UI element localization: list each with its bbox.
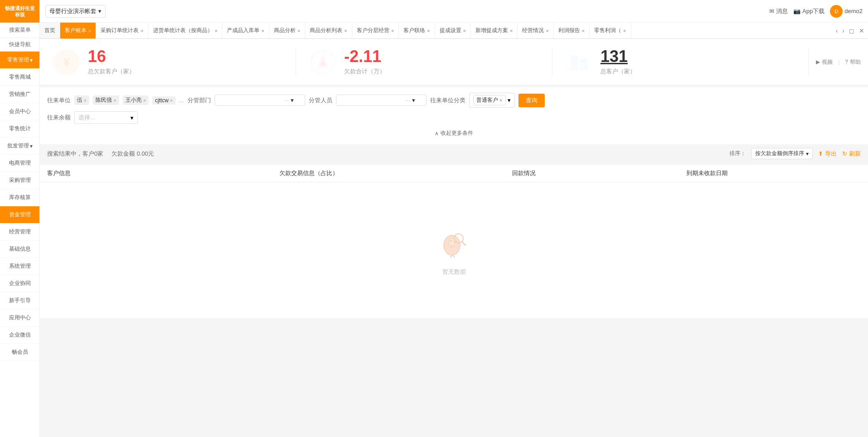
tab-purchase-stats-by-product-close[interactable]: × [215,28,217,33]
sidebar-item-operation-mgmt[interactable]: 经营管理 [0,223,39,241]
unit-tag-cjttcw: cjttcw × [152,96,175,104]
logo-text: 畅捷通好生意 标版 [5,5,35,18]
tab-customer-account[interactable]: 客户账本 × [60,23,96,39]
sidebar-item-enterprise-collab[interactable]: 企业协同 [0,275,39,292]
refresh-btn[interactable]: ↻ 刷新 [842,150,861,158]
tab-production-inbound[interactable]: 产成品入库单 × [222,23,269,39]
dept-selector[interactable]: ··· ▾ [215,95,305,106]
dept-selector-arrow: ▾ [291,97,294,104]
sidebar-item-retail-mgmt[interactable]: 零售管理 ▾ [0,52,39,69]
sidebar-item-wholesale-mgmt[interactable]: 批发管理 ▾ [0,138,39,155]
result-bar-right: 排序： 按欠款金额倒序排序 ▾ ⬆ 导出 ↻ 刷新 [729,148,861,159]
unit-tag-wu-remove[interactable]: × [84,98,86,103]
table-header: 客户信息 欠款交易信息（占比） 回款情况 到期未收款日期 [40,165,868,182]
tab-product-analysis-list[interactable]: 商品分析列表 × [305,23,352,39]
user-profile[interactable]: D demo2 [830,5,863,18]
tab-home[interactable]: 首页 [40,23,60,39]
sidebar-item-vip-member[interactable]: 畅会员 [0,344,39,361]
tab-customer-contact-close[interactable]: × [427,28,430,33]
tab-close-all-icon[interactable]: ✕ [857,26,866,35]
selector-arrow-icon: ▾ [98,8,101,14]
table-body: 暂无数据 [40,182,868,318]
sort-selector[interactable]: 按欠款金额倒序排序 ▾ [751,148,813,159]
account-selector[interactable]: 母婴行业演示帐套 ▾ [45,5,106,18]
tab-customer-segment[interactable]: 客户分层经营 × [352,23,399,39]
tab-retail-profit-close[interactable]: × [623,28,626,33]
sidebar-item-member-center[interactable]: 会员中心 [0,103,39,120]
sidebar-item-marketing[interactable]: 营销推广 [0,86,39,103]
result-bar: 搜索结果中，客户0家 欠款金额 0.00元 排序： 按欠款金额倒序排序 ▾ ⬆ … [40,144,868,163]
tab-purchase-order-stats[interactable]: 采购订单统计表 × [96,23,148,39]
tab-production-inbound-close[interactable]: × [261,28,264,33]
more-unit-tags[interactable]: ... [179,97,184,104]
tab-customer-account-label: 客户账本 [65,27,86,34]
svg-text:¥: ¥ [63,56,70,68]
sidebar-item-system-mgmt[interactable]: 系统管理 [0,258,39,275]
tab-add-promotion-plan-close[interactable]: × [510,28,513,33]
tab-customer-account-close[interactable]: × [88,28,91,33]
tab-business-situation-close[interactable]: × [546,28,548,33]
sidebar: 畅捷通好生意 标版 搜索菜单 快捷导航 零售管理 ▾ 零售商城 营销推广 会员中… [0,0,40,437]
unit-tag-wang-remove[interactable]: × [143,98,146,103]
col-debt-info: 欠款交易信息（占比） [279,169,512,177]
collapse-button[interactable]: ∧ 收起更多条件 [47,128,861,139]
sidebar-item-new-guide[interactable]: 新手引导 [0,292,39,309]
stat-total-debtors-label: 总欠款客户（家） [88,67,135,76]
tab-customer-segment-close[interactable]: × [391,28,394,33]
unit-category-selector[interactable]: 普通客户 × ▾ [469,93,515,108]
tab-business-situation-label: 经营情况 [522,27,544,34]
balance-selector[interactable]: 选择... ▾ [74,111,138,124]
tab-scroll-left-icon[interactable]: ‹ [834,26,840,35]
sidebar-item-purchase-mgmt[interactable]: 采购管理 [0,172,39,189]
app-download-btn[interactable]: 📷 App下载 [793,7,825,15]
customer-type-remove[interactable]: × [499,97,503,104]
sort-arrow-icon: ▾ [806,151,809,157]
manager-selector[interactable]: ··· ▾ [336,95,427,106]
stats-video-help: ▶ 视频 | ? 帮助 [809,58,868,66]
svg-rect-10 [575,60,577,62]
tab-promotion-settings-close[interactable]: × [463,28,466,33]
tab-customer-contact[interactable]: 客户联络 × [399,23,435,39]
tab-scroll-right-icon[interactable]: › [840,26,846,35]
unit-tag-cjttcw-remove[interactable]: × [170,98,173,103]
tab-product-analysis-close[interactable]: × [297,28,300,33]
tab-retail-profit[interactable]: 零售利润（ × [590,23,631,39]
message-btn[interactable]: ✉ 消息 [769,7,788,15]
sidebar-item-retail-mall[interactable]: 零售商城 [0,69,39,86]
chevron-up-icon: ∧ [435,130,439,137]
basic-info-label: 基础信息 [9,246,31,252]
tab-profit-report[interactable]: 利润报告 × [554,23,590,39]
video-btn[interactable]: ▶ 视频 [816,58,833,66]
tab-add-promotion-plan[interactable]: 新增提成方案 × [471,23,518,39]
stat-total-debt-label: 欠款合计（万） [344,67,385,76]
stat-total-debtors: ¥ 16 总欠款客户（家） [40,39,296,85]
sidebar-item-inventory[interactable]: 库存核算 [0,189,39,206]
play-icon: ▶ [816,59,820,65]
sidebar-item-finance-mgmt[interactable]: 资金管理 [0,206,39,223]
query-button[interactable]: 查询 [518,94,545,107]
help-btn[interactable]: ? 帮助 [845,58,861,66]
sidebar-item-quick-nav[interactable]: 快捷导航 [0,38,39,52]
tab-purchase-stats-by-product[interactable]: 进货单统计表（按商品） × [149,23,222,39]
tab-profit-report-close[interactable]: × [582,28,585,33]
tab-purchase-order-stats-close[interactable]: × [140,28,143,33]
sidebar-item-ecommerce-mgmt[interactable]: 电商管理 [0,155,39,172]
dept-selector-dots: ··· [284,97,289,104]
tab-product-analysis-list-close[interactable]: × [344,28,347,33]
svg-point-18 [450,240,452,242]
tab-product-analysis[interactable]: 商品分析 × [269,23,305,39]
sidebar-item-retail-stats[interactable]: 零售统计 [0,120,39,138]
sidebar-item-search[interactable]: 搜索菜单 [0,23,39,38]
tab-promotion-settings[interactable]: 提成设置 × [435,23,471,39]
tab-business-situation[interactable]: 经营情况 × [518,23,553,39]
sidebar-item-basic-info[interactable]: 基础信息 [0,241,39,258]
tab-expand-icon[interactable]: ◻ [847,26,856,35]
sidebar-item-app-center[interactable]: 应用中心 [0,309,39,327]
tab-add-promotion-plan-label: 新增提成方案 [475,27,508,34]
app-center-label: 应用中心 [9,314,31,321]
unit-tag-chen-remove[interactable]: × [113,98,116,103]
export-btn[interactable]: ⬆ 导出 [818,150,837,158]
svg-line-19 [451,255,452,257]
sort-label-prefix: 排序： [729,150,746,157]
sidebar-item-enterprise-wechat[interactable]: 企业微信 [0,327,39,344]
